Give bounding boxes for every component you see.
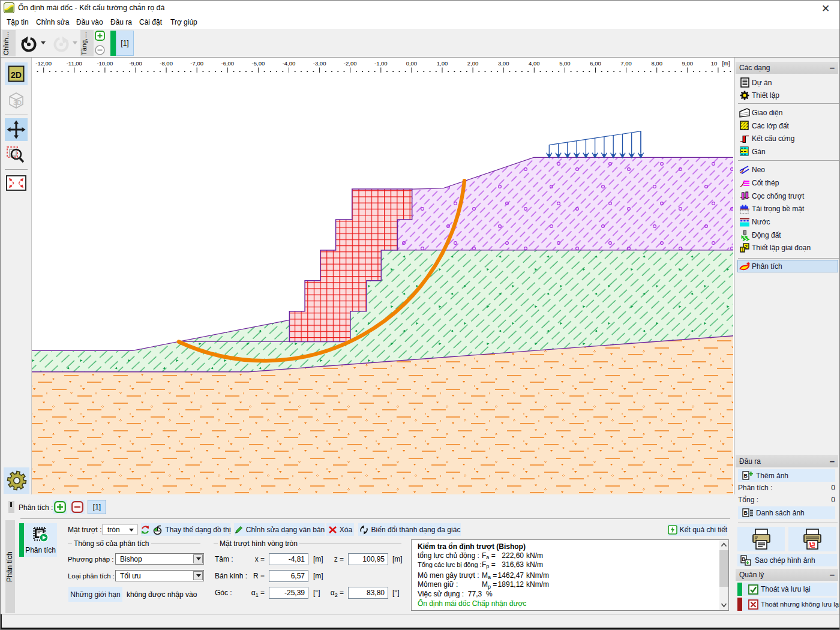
svg-text:-11,00: -11,00 [67,60,82,67]
svg-text:[m]: [m] [722,60,730,67]
svg-text:2,00: 2,00 [467,60,479,67]
svg-text:-4,00: -4,00 [283,60,296,67]
svg-text:8,00: 8,00 [651,60,662,67]
svg-text:2: 2 [745,244,748,250]
svg-text:2D: 2D [11,70,22,80]
svg-text:10: 10 [711,60,718,67]
svg-text:3D: 3D [13,99,22,106]
svg-text:9,00: 9,00 [682,60,694,67]
svg-text:4,00: 4,00 [529,60,540,67]
svg-text:-1,00: -1,00 [374,60,388,67]
svg-text:-5,00: -5,00 [252,60,265,67]
svg-text:1: 1 [741,247,743,253]
svg-text:6,00: 6,00 [590,60,601,67]
svg-text:5,00: 5,00 [559,60,571,67]
svg-text:3,00: 3,00 [498,60,509,67]
svg-text:B: B [744,473,748,479]
svg-text:-2,00: -2,00 [344,60,357,67]
svg-text:B: B [744,510,748,516]
svg-text:-9,00: -9,00 [129,60,142,67]
svg-text:0,00: 0,00 [406,60,418,67]
svg-text:-7,00: -7,00 [190,60,203,67]
svg-text:-10,00: -10,00 [97,60,113,67]
svg-text:-12,00: -12,00 [35,60,52,67]
svg-text:-8,00: -8,00 [160,60,173,67]
svg-text:-3,00: -3,00 [313,60,326,67]
svg-text:-6,00: -6,00 [221,60,234,67]
svg-text:7,00: 7,00 [620,60,632,67]
svg-text:1,00: 1,00 [437,60,448,67]
